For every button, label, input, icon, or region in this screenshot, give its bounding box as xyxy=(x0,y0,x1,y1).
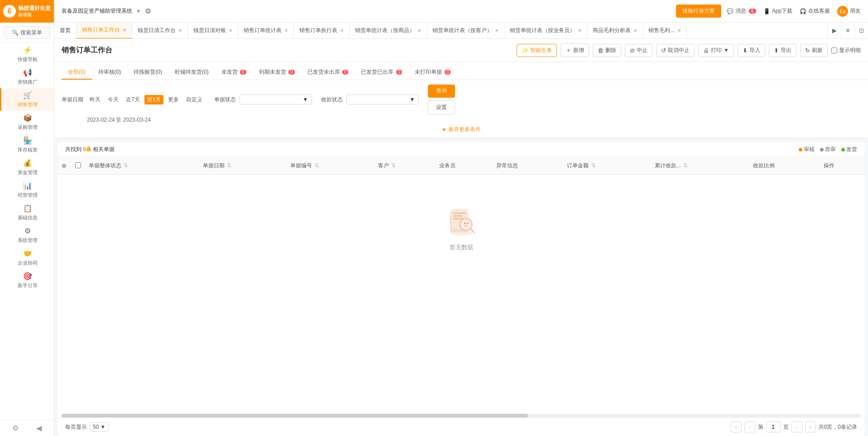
filter-tab-pending-check[interactable]: 待拣验货(0) xyxy=(127,66,168,80)
date-custom-btn[interactable]: 自定义 xyxy=(183,95,205,104)
query-btn[interactable]: 查询 xyxy=(428,85,455,98)
date-7days-btn[interactable]: 近7天 xyxy=(123,95,143,104)
page-first-btn[interactable]: « xyxy=(731,422,742,432)
filter-tab-not-shipped[interactable]: 未发货 0 xyxy=(215,66,253,80)
sidebar-item-marketing[interactable]: 📢 营销推广 xyxy=(0,66,54,88)
user-menu[interactable]: Ea 用友 xyxy=(837,6,861,17)
page-number-input[interactable] xyxy=(766,422,781,432)
tab-gross-profit[interactable]: 商品毛利分析表 ✕ xyxy=(587,23,643,39)
date-today-btn[interactable]: 今天 xyxy=(105,95,121,104)
th-config[interactable]: ⚙ xyxy=(58,157,72,175)
system-dropdown[interactable]: ▼ xyxy=(136,8,141,14)
add-btn[interactable]: ＋ 新增 xyxy=(561,43,589,57)
batch-cancel-review-btn[interactable]: 弃审 xyxy=(820,146,836,153)
ai-generate-btn[interactable]: ✨ 智能生单 xyxy=(517,44,557,57)
th-collected[interactable]: 累计收款... ⇅ xyxy=(651,157,750,175)
tab-sales-workbench[interactable]: 销售订单工作台 ✕ xyxy=(77,23,132,39)
tab-close-sales-more[interactable]: ✕ xyxy=(677,28,681,33)
date-more-btn[interactable]: 更多 xyxy=(165,95,182,104)
filter-tab-not-printed[interactable]: 未打印单据 0 xyxy=(408,66,457,80)
tab-close-sales-stats-customer[interactable]: ✕ xyxy=(495,28,499,33)
page-last-btn[interactable]: » xyxy=(805,422,816,432)
message-action[interactable]: 💬 消息 6 xyxy=(727,7,756,15)
sidebar: 6 畅捷通好生意 标准版 🔍 搜索菜单 ⚡ 快捷导航 📢 营销推广 🛒 销售管理… xyxy=(0,0,54,436)
import-btn[interactable]: ⬇ 导入 xyxy=(738,44,765,57)
app-download-action[interactable]: 📱 App下载 xyxy=(763,7,792,15)
tab-cash-reconcile[interactable]: 钱货日清对账 ✕ xyxy=(188,23,238,39)
pagination: « ‹ 第 页 › » 共0页，0条记录 xyxy=(731,422,857,432)
sidebar-search-button[interactable]: 🔍 搜索菜单 xyxy=(4,26,50,39)
sidebar-item-system[interactable]: ⚙ 系统管理 xyxy=(0,224,54,246)
sidebar-item-sales[interactable]: 🛒 销售管理 xyxy=(0,88,54,111)
sidebar-item-baseinfo[interactable]: 📋 基础信息 xyxy=(0,201,54,224)
tab-close-gross-profit[interactable]: ✕ xyxy=(633,28,637,33)
sidebar-item-inventory[interactable]: 🏪 库存核算 xyxy=(0,133,54,156)
tab-sales-stats-customer[interactable]: 销货单统计表（按客户） ✕ xyxy=(427,23,504,39)
th-checkbox[interactable] xyxy=(72,157,85,175)
th-status[interactable]: 单据整体状态 ⇅ xyxy=(85,157,199,175)
th-customer[interactable]: 客户 ⇅ xyxy=(374,157,436,175)
tab-close-sales-stats-staff[interactable]: ✕ xyxy=(578,28,581,33)
export-btn[interactable]: ⬆ 导出 xyxy=(769,44,796,57)
refresh-btn[interactable]: ↻ 刷新 xyxy=(800,44,828,57)
date-1month-btn[interactable]: 近1月 xyxy=(144,95,164,104)
detail-checkbox[interactable] xyxy=(831,47,837,53)
expand-more-btn[interactable]: ▼ 展开更多条件 xyxy=(62,126,861,133)
tab-sales-exec[interactable]: 销售订单执行表 ✕ xyxy=(294,23,350,39)
tab-maximize[interactable]: ⊡ xyxy=(854,23,868,39)
setting-btn[interactable]: 设置 xyxy=(428,100,455,114)
filter-tab-shipped-not-out[interactable]: 已发货未出库 0 xyxy=(301,66,355,80)
sidebar-item-enterprise[interactable]: 🤝 企业协同 xyxy=(0,246,54,269)
page-prev-btn[interactable]: ‹ xyxy=(744,422,755,432)
page-next-btn[interactable]: › xyxy=(791,422,802,432)
tab-close-cash-daily[interactable]: ✕ xyxy=(178,28,182,33)
scrollbar-thumb[interactable] xyxy=(62,414,528,417)
tab-sales-stats-staff[interactable]: 销货单统计表（按业务员） ✕ xyxy=(504,23,587,39)
sidebar-item-operations[interactable]: 📊 经营管理 xyxy=(0,179,54,201)
detail-checkbox-label[interactable]: 显示明细 xyxy=(831,47,861,54)
tab-close-cash-reconcile[interactable]: ✕ xyxy=(229,28,232,33)
horizontal-scrollbar[interactable] xyxy=(62,414,861,417)
print-btn[interactable]: 🖨 打印 ▼ xyxy=(698,44,734,57)
th-staff[interactable]: 业务员 xyxy=(436,157,493,175)
status-select[interactable]: ▼ xyxy=(240,95,312,104)
batch-ship-btn[interactable]: 发货 xyxy=(841,146,857,153)
stop-btn[interactable]: ⊘ 中止 xyxy=(625,44,652,57)
filter-tab-overdue[interactable]: 到期未发货 0 xyxy=(253,66,301,80)
th-number[interactable]: 单据编号 ⇅ xyxy=(287,157,374,175)
sidebar-item-guide[interactable]: 🎯 新手引导 xyxy=(0,269,54,292)
date-yesterday-btn[interactable]: 昨天 xyxy=(87,95,103,104)
tab-home[interactable]: 首页 xyxy=(54,23,77,39)
th-date[interactable]: 单据日期 ⇅ xyxy=(199,157,287,175)
tab-cash-daily[interactable]: 钱货日清工作台 ✕ xyxy=(132,23,188,39)
cancel-stop-btn[interactable]: ↺ 取消中止 xyxy=(656,44,695,57)
topbar-settings-icon[interactable]: ⚙ xyxy=(145,7,151,15)
page-size-select[interactable]: 50 ▼ xyxy=(90,422,109,431)
filter-tab-wangpu[interactable]: 旺铺待发货(0) xyxy=(168,66,215,80)
ai-icon: ✨ xyxy=(522,47,528,53)
tab-close-all[interactable]: ✕ xyxy=(841,23,854,39)
tab-close-sales-exec[interactable]: ✕ xyxy=(340,28,344,33)
select-all-checkbox[interactable] xyxy=(75,162,81,168)
online-service-action[interactable]: 🎧 在线客服 xyxy=(800,7,830,15)
industry-btn[interactable]: 体验行业方案 xyxy=(676,5,721,18)
filter-tab-shipped-out[interactable]: 已发货已出库 0 xyxy=(355,66,408,80)
tab-close-sales-workbench[interactable]: ✕ xyxy=(123,28,126,33)
tab-sales-stats-product[interactable]: 销货单统计表（按商品） ✕ xyxy=(350,23,427,39)
sidebar-item-quicknav[interactable]: ⚡ 快捷导航 xyxy=(0,43,54,66)
payment-select[interactable]: ▼ xyxy=(346,95,419,104)
tab-close-sales-stats-product[interactable]: ✕ xyxy=(417,28,421,33)
batch-review-btn[interactable]: 审核 xyxy=(799,146,815,153)
th-amount[interactable]: 订单金额 ⇅ xyxy=(563,157,651,175)
filter-tab-all[interactable]: 全部(0) xyxy=(62,66,92,80)
sidebar-collapse-icon[interactable]: ◀ xyxy=(36,424,42,432)
filter-tab-pending-review[interactable]: 待审核(0) xyxy=(92,66,128,80)
tab-sales-stats[interactable]: 销售订单统计表 ✕ xyxy=(238,23,294,39)
tab-sales-more[interactable]: 销售毛利... ✕ xyxy=(643,23,687,39)
tab-scroll-right[interactable]: ▶ xyxy=(827,23,841,39)
sidebar-item-purchase[interactable]: 📦 采购管理 xyxy=(0,111,54,133)
sidebar-item-finance[interactable]: 💰 资金管理 xyxy=(0,156,54,179)
tab-close-sales-stats[interactable]: ✕ xyxy=(284,28,288,33)
sidebar-settings-icon[interactable]: ⚙ xyxy=(12,424,19,432)
delete-btn[interactable]: 🗑 删除 xyxy=(593,44,621,57)
